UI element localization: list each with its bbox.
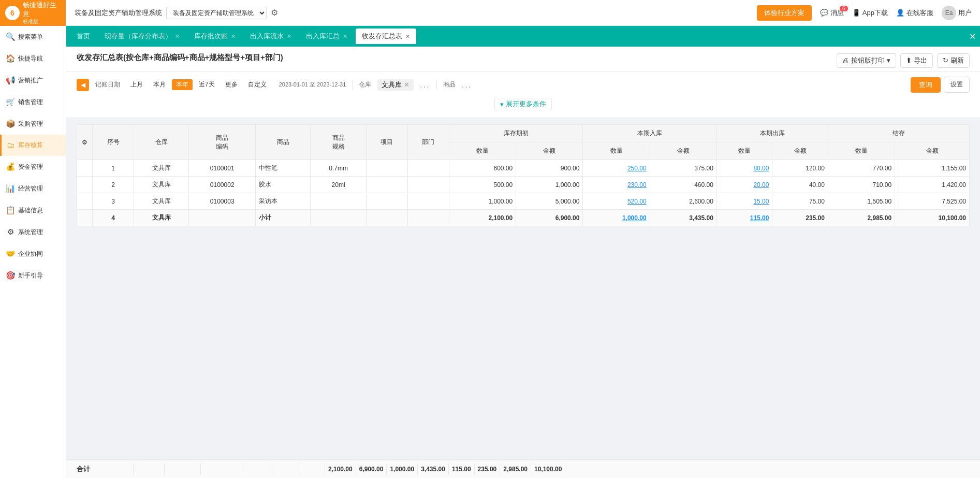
cell-in-qty[interactable]: 1,000.00 <box>583 210 650 226</box>
sidebar-item-marketing[interactable]: 📢营销推广 <box>0 69 66 91</box>
footer-out-amt: 235.00 <box>475 463 501 475</box>
cell-open-qty: 2,100.00 <box>449 210 516 226</box>
chevron-down-icon: ▾ <box>887 56 890 64</box>
filter-settings-button[interactable]: 设置 <box>944 77 970 93</box>
sidebar-label-basic-info: 基础信息 <box>18 206 43 215</box>
cell-in-qty[interactable]: 520.00 <box>583 193 650 210</box>
cell-out-amt: 40.00 <box>772 177 828 193</box>
online-service-label: 在线客服 <box>906 8 933 18</box>
sidebar-item-inventory[interactable]: 🗂库存核算 <box>0 135 66 156</box>
col-end-amt-header: 金额 <box>895 142 970 160</box>
tab-label-batch-account: 库存批次账 <box>194 32 228 41</box>
main-area: 装备及固定资产辅助管理系统 装备及固定资产辅助管理系统 ⚙ 体验行业方案 💬 消… <box>66 0 980 478</box>
col-no-header: 序号 <box>93 125 134 160</box>
sales-icon: 🛒 <box>6 97 15 107</box>
cell-out-qty[interactable]: 80.00 <box>716 160 772 177</box>
date-opt-7days[interactable]: 近7天 <box>195 79 219 90</box>
warehouse-tag-close[interactable]: ✕ <box>404 81 409 89</box>
tab-home[interactable]: 首页 <box>70 28 96 44</box>
sidebar-item-search[interactable]: 🔍搜索菜单 <box>0 26 66 48</box>
tab-batch-account[interactable]: 库存批次账✕ <box>188 28 242 44</box>
page-title: 收发存汇总表(按仓库+商品编码+商品+规格型号+项目+部门) <box>77 53 283 63</box>
export-button[interactable]: ⬆ 导出 <box>900 53 933 68</box>
footer-end-qty: 2,985.00 <box>500 463 531 475</box>
cell-dept <box>407 193 449 210</box>
tab-receive-send-summary[interactable]: 收发存汇总表✕ <box>356 28 416 44</box>
tab-label-inout-summary: 出入库汇总 <box>306 32 340 41</box>
notification-area[interactable]: 💬 消息 6 <box>820 8 844 18</box>
tab-inventory-dist[interactable]: 现存量（库存分布表）✕ <box>98 28 186 44</box>
cell-out-qty[interactable]: 15.00 <box>716 193 772 210</box>
sidebar-item-finance[interactable]: 💰资金管理 <box>0 156 66 178</box>
col-goods-name-header: 商品 <box>256 125 311 160</box>
notification-badge: 6 <box>840 6 848 11</box>
sidebar-label-marketing: 营销推广 <box>18 76 43 85</box>
tab-inout-flow[interactable]: 出入库流水✕ <box>244 28 298 44</box>
sidebar-item-quick-nav[interactable]: 🏠快捷导航 <box>0 48 66 69</box>
tab-close-batch-account[interactable]: ✕ <box>231 33 236 40</box>
system-select[interactable]: 装备及固定资产辅助管理系统 <box>166 7 267 19</box>
col-settings-header[interactable]: ⚙ <box>77 125 93 160</box>
cell-in-amt: 460.00 <box>650 177 716 193</box>
cell-open-qty: 1,000.00 <box>449 193 516 210</box>
expand-conditions-button[interactable]: ▾ 展开更多条件 <box>494 98 552 110</box>
sidebar-item-guide[interactable]: 🎯新手引导 <box>0 265 66 286</box>
col-warehouse-header: 仓库 <box>134 125 189 160</box>
col-goods-code-header: 商品编码 <box>189 125 256 160</box>
cell-end-amt: 1,420.00 <box>895 177 970 193</box>
tab-close-inout-flow[interactable]: ✕ <box>287 33 291 40</box>
sidebar-item-sales[interactable]: 🛒销售管理 <box>0 91 66 113</box>
tab-close-inout-summary[interactable]: ✕ <box>343 33 347 40</box>
settings-icon[interactable]: ⚙ <box>271 8 278 18</box>
query-button[interactable]: 查询 <box>911 77 941 93</box>
date-opt-this-year[interactable]: 本年 <box>172 79 193 90</box>
footer-open-amt: 6,900.00 <box>356 463 387 475</box>
cell-out-qty[interactable]: 20.00 <box>716 177 772 193</box>
cell-goods-code <box>189 210 256 226</box>
user-area[interactable]: Ea 用户 <box>942 6 972 20</box>
warehouse-filter-label: 仓库 <box>359 80 371 89</box>
print-button[interactable]: 🖨 按钮版打印 ▾ <box>837 53 896 68</box>
date-opt-last-month[interactable]: 上月 <box>126 79 147 90</box>
sidebar-item-purchase[interactable]: 📦采购管理 <box>0 113 66 135</box>
app-download[interactable]: 📱 App下载 <box>852 8 888 18</box>
col-out-amt-header: 金额 <box>772 142 828 160</box>
warehouse-filter-dots[interactable]: ... <box>420 80 430 90</box>
date-opt-this-month[interactable]: 本月 <box>149 79 170 90</box>
sidebar-label-enterprise: 企业协同 <box>18 250 43 258</box>
table-row: 2 文具库 0100002 胶水 20ml 500.00 1,000.00 23… <box>77 177 970 193</box>
online-service-icon: 👤 <box>896 9 904 17</box>
close-all-icon[interactable]: ✕ <box>969 32 976 41</box>
sidebar-item-basic-info[interactable]: 📋基础信息 <box>0 199 66 221</box>
goods-filter-dots[interactable]: ... <box>462 80 472 90</box>
cell-open-qty: 500.00 <box>449 177 516 193</box>
sidebar: 6 畅捷通好生意 标准版 🔍搜索菜单🏠快捷导航📢营销推广🛒销售管理📦采购管理🗂库… <box>0 0 66 478</box>
footer-in-amt: 3,435.00 <box>418 463 449 475</box>
cell-end-qty: 1,505.00 <box>828 193 895 210</box>
col-open-qty-header: 数量 <box>449 142 516 160</box>
online-service[interactable]: 👤 在线客服 <box>896 8 933 18</box>
cell-out-qty[interactable]: 115.00 <box>716 210 772 226</box>
filter-collapse-button[interactable]: ◀ <box>77 79 89 91</box>
cell-no: 4 <box>93 210 134 226</box>
footer-label: 合计 <box>77 465 118 474</box>
sidebar-item-enterprise[interactable]: 🤝企业协同 <box>0 243 66 265</box>
trial-button[interactable]: 体验行业方案 <box>757 5 812 21</box>
col-out-qty-header: 数量 <box>716 142 772 160</box>
sidebar-item-system[interactable]: ⚙系统管理 <box>0 221 66 243</box>
page-header: 收发存汇总表(按仓库+商品编码+商品+规格型号+项目+部门) 🖨 按钮版打印 ▾… <box>66 47 980 71</box>
cell-goods-name: 采访本 <box>256 193 311 210</box>
cell-in-qty[interactable]: 230.00 <box>583 177 650 193</box>
sidebar-item-operations[interactable]: 📊经营管理 <box>0 178 66 199</box>
expand-icon: ▾ <box>500 100 504 108</box>
inventory-icon: 🗂 <box>6 141 15 150</box>
cell-in-qty[interactable]: 250.00 <box>583 160 650 177</box>
tab-close-receive-send-summary[interactable]: ✕ <box>405 33 410 40</box>
date-opt-custom[interactable]: 自定义 <box>244 79 271 90</box>
refresh-button[interactable]: ↻ 刷新 <box>937 53 970 68</box>
date-opt-more[interactable]: 更多 <box>221 79 242 90</box>
tab-close-inventory-dist[interactable]: ✕ <box>175 33 180 40</box>
table-row: 1 文具库 0100001 中性笔 0.7mm 600.00 900.00 25… <box>77 160 970 177</box>
cell-end-amt: 10,100.00 <box>895 210 970 226</box>
tab-inout-summary[interactable]: 出入库汇总✕ <box>300 28 354 44</box>
